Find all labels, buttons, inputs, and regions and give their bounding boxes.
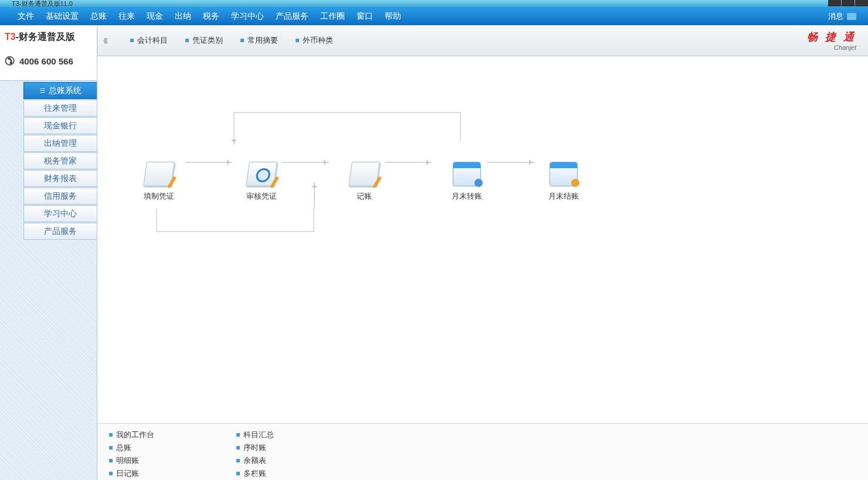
workflow-label: 记账 [332, 191, 396, 202]
link-label: 多栏账 [243, 468, 266, 479]
toolbar-label: 外币种类 [303, 35, 333, 46]
flow-line [156, 209, 314, 232]
minimize-button[interactable] [828, 0, 841, 6]
workflow-label: 审核凭证 [229, 191, 294, 202]
arrow-icon [185, 162, 232, 163]
link-label: 科目汇总 [243, 430, 274, 440]
logo-box: T3-财务通普及版 ✆ 4006 600 566 [0, 25, 97, 81]
flow-line [233, 112, 461, 141]
link-label: 我的工作台 [116, 430, 154, 440]
link-label: 明细账 [116, 455, 139, 466]
message-indicator[interactable]: 消息 [828, 7, 856, 25]
bullet-icon [236, 433, 240, 437]
phone-icon: ✆ [5, 54, 15, 68]
nav-product-service[interactable]: 产品服务 [23, 223, 97, 240]
nav-cash-bank[interactable]: 现金银行 [23, 117, 97, 134]
menu-work-circle[interactable]: 工作圈 [314, 7, 351, 25]
nav-list: ☰总账系统 往来管理 现金银行 出纳管理 税务管家 财务报表 信用服务 学习中心… [0, 81, 97, 480]
link-account-summary[interactable]: 科目汇总 [236, 430, 274, 440]
calendar-close-icon [550, 162, 578, 186]
brand-en: Chanjet [807, 44, 856, 51]
link-general-ledger[interactable]: 总账 [109, 442, 154, 453]
maximize-button[interactable] [842, 0, 855, 6]
menu-file[interactable]: 文件 [12, 7, 40, 25]
menu-learning[interactable]: 学习中心 [225, 7, 270, 25]
bullet-icon [240, 39, 244, 42]
main-area: ⟨⟨⟨ 会计科目 凭证类别 常用摘要 外币种类 畅 捷 通 Chanjet [97, 25, 868, 480]
link-multi-column[interactable]: 多栏账 [236, 468, 274, 479]
toolbar-summary[interactable]: 常用摘要 [240, 35, 278, 46]
bullet-icon [236, 472, 240, 475]
window-controls [828, 0, 868, 6]
phone-row: ✆ 4006 600 566 [5, 54, 92, 68]
toolbar-voucher-type[interactable]: 凭证类别 [185, 35, 223, 46]
arrow-icon [233, 140, 235, 145]
workflow-label: 填制凭证 [127, 191, 191, 202]
menu-basic-settings[interactable]: 基础设置 [40, 7, 84, 25]
link-label: 总账 [116, 442, 131, 453]
bullet-icon [236, 459, 240, 462]
brand-logo: 畅 捷 通 Chanjet [807, 30, 856, 51]
workflow-month-transfer[interactable]: 月末转账 [435, 162, 499, 202]
nav-cashier[interactable]: 出纳管理 [23, 135, 97, 152]
logo-prefix: T3 [5, 32, 16, 42]
bullet-icon [109, 446, 113, 450]
toolbar-accounts[interactable]: 会计科目 [130, 35, 168, 46]
document-magnifier-icon [246, 162, 277, 186]
window-title: T3-财务通普及版11.0 [12, 0, 73, 7]
nav-learning[interactable]: 学习中心 [23, 205, 97, 222]
menu-receivables[interactable]: 往来 [113, 7, 141, 25]
menu-window[interactable]: 窗口 [351, 7, 379, 25]
bullet-icon [130, 39, 134, 42]
nav-label: 总账系统 [49, 86, 82, 96]
menu-help[interactable]: 帮助 [379, 7, 407, 25]
link-column: 科目汇总 序时账 余额表 多栏账 [236, 430, 274, 474]
link-balance-sheet[interactable]: 余额表 [236, 455, 274, 466]
workflow-canvas: 填制凭证 审核凭证 记账 月末转账 月末结账 [97, 56, 868, 423]
menu-general-ledger[interactable]: 总账 [84, 7, 113, 25]
link-label: 余额表 [243, 455, 266, 466]
close-button[interactable] [855, 0, 868, 6]
link-column: 我的工作台 总账 明细账 日记账 [109, 430, 154, 474]
message-label: 消息 [828, 7, 843, 25]
nav-reports[interactable]: 财务报表 [23, 170, 97, 187]
workflow-month-close[interactable]: 月末结账 [531, 162, 596, 202]
workflow-post[interactable]: 记账 [332, 162, 396, 202]
collapse-sidebar-button[interactable]: ⟨⟨⟨ [103, 37, 107, 45]
bullet-icon [109, 459, 113, 462]
menu-cash[interactable]: 现金 [141, 7, 169, 25]
arrow-icon [314, 182, 315, 209]
link-detail-ledger[interactable]: 明细账 [109, 455, 154, 466]
link-label: 日记账 [116, 468, 139, 479]
link-chronological[interactable]: 序时账 [236, 442, 274, 453]
ledger-pen-icon [348, 162, 380, 186]
link-my-desktop[interactable]: 我的工作台 [109, 430, 154, 440]
toolbar: ⟨⟨⟨ 会计科目 凭证类别 常用摘要 外币种类 畅 捷 通 Chanjet [97, 25, 868, 56]
calendar-transfer-icon [453, 162, 481, 186]
workflow-create-voucher[interactable]: 填制凭证 [127, 162, 191, 202]
bullet-icon [109, 472, 113, 475]
menu-tax[interactable]: 税务 [197, 7, 225, 25]
menu-cashier[interactable]: 出纳 [169, 7, 197, 25]
message-icon [847, 13, 856, 20]
menu-product-service[interactable]: 产品服务 [270, 7, 314, 25]
phone-number: 4006 600 566 [19, 56, 73, 66]
brand-cn: 畅 捷 通 [807, 30, 856, 44]
bullet-icon [185, 39, 189, 42]
menu-bar: 文件 基础设置 总账 往来 现金 出纳 税务 学习中心 产品服务 工作圈 窗口 … [0, 7, 868, 25]
toolbar-label: 会计科目 [137, 35, 168, 46]
toolbar-label: 凭证类别 [192, 35, 223, 46]
toolbar-currency[interactable]: 外币种类 [296, 35, 333, 46]
toolbar-label: 常用摘要 [247, 35, 278, 46]
nav-receivables[interactable]: 往来管理 [23, 100, 97, 117]
link-journal[interactable]: 日记账 [109, 468, 154, 479]
workflow-audit-voucher[interactable]: 审核凭证 [229, 162, 294, 202]
nav-general-ledger[interactable]: ☰总账系统 [23, 82, 97, 99]
logo-suffix: -财务通普及版 [16, 32, 75, 42]
product-title: T3-财务通普及版 [5, 31, 92, 43]
nav-credit[interactable]: 信用服务 [23, 188, 97, 205]
bullet-icon [296, 39, 299, 42]
workflow-label: 月末转账 [435, 191, 499, 202]
nav-tax[interactable]: 税务管家 [23, 152, 97, 169]
window-title-bar: T3-财务通普及版11.0 [0, 0, 868, 7]
